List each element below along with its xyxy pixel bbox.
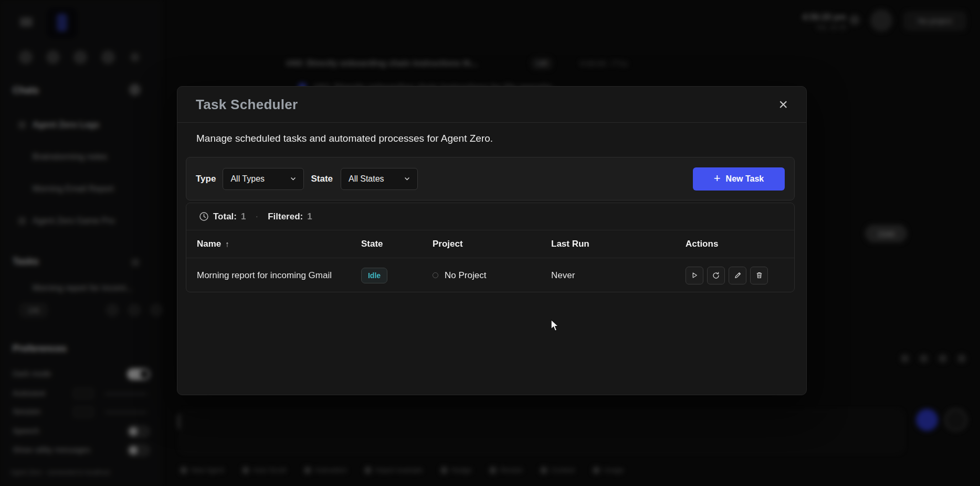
table-header-row: Name↑ State Project Last Run Actions	[186, 230, 794, 258]
table-row[interactable]: Morning report for incoming Gmail Idle N…	[186, 258, 794, 292]
type-filter-value: All Types	[230, 174, 265, 184]
task-scheduler-modal: Task Scheduler × Manage scheduled tasks …	[177, 86, 807, 395]
tasks-table: Total: 1 · Filtered: 1 Name↑ State Proje…	[186, 203, 795, 292]
stats-separator: ·	[255, 212, 258, 222]
last-run-value: Never	[551, 270, 686, 281]
modal-header: Task Scheduler ×	[177, 87, 806, 123]
total-value: 1	[241, 212, 246, 222]
sort-ascending-icon: ↑	[225, 239, 229, 248]
pencil-icon	[734, 271, 742, 279]
trash-icon	[755, 271, 763, 279]
close-icon[interactable]: ×	[778, 97, 788, 112]
filtered-label: Filtered:	[268, 212, 303, 222]
column-header-project[interactable]: Project	[433, 239, 551, 249]
row-actions	[686, 267, 794, 284]
stats-row: Total: 1 · Filtered: 1	[186, 203, 794, 230]
chevron-down-icon	[290, 176, 296, 182]
column-header-state[interactable]: State	[361, 239, 433, 249]
new-task-button[interactable]: + New Task	[693, 167, 785, 191]
project-name: No Project	[445, 270, 486, 281]
modal-subtitle: Manage scheduled tasks and automated pro…	[196, 133, 493, 144]
state-filter-select[interactable]: All States	[341, 168, 418, 190]
filtered-value: 1	[307, 212, 312, 222]
task-name: Morning report for incoming Gmail	[186, 270, 361, 281]
type-filter-label: Type	[196, 174, 216, 184]
filter-bar: Type All Types State All States + New Ta…	[186, 157, 795, 200]
column-header-actions: Actions	[686, 239, 794, 249]
modal-title: Task Scheduler	[196, 97, 298, 113]
total-label: Total:	[213, 212, 237, 222]
state-badge: Idle	[361, 268, 387, 283]
column-header-name[interactable]: Name↑	[186, 239, 361, 249]
refresh-icon	[712, 271, 720, 280]
plus-icon: +	[714, 172, 721, 185]
new-task-label: New Task	[726, 174, 764, 184]
mouse-cursor	[550, 319, 562, 333]
project-circle-icon	[433, 272, 438, 278]
type-filter-select[interactable]: All Types	[223, 168, 304, 190]
chevron-down-icon	[404, 176, 410, 182]
clock-icon	[199, 212, 209, 221]
run-task-button[interactable]	[686, 267, 703, 284]
state-filter-label: State	[311, 174, 333, 184]
reload-task-button[interactable]	[707, 267, 725, 284]
column-header-last-run[interactable]: Last Run	[551, 239, 686, 249]
play-icon	[691, 271, 699, 279]
edit-task-button[interactable]	[729, 267, 746, 284]
delete-task-button[interactable]	[750, 267, 768, 284]
state-filter-value: All States	[349, 174, 384, 184]
